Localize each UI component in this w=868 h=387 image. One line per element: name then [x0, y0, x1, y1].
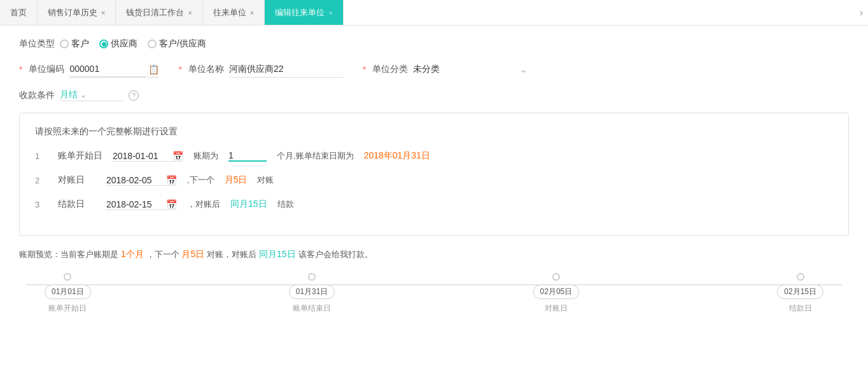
payment-label: 收款条件	[19, 90, 55, 101]
calendar-icon-1[interactable]: 📅	[172, 151, 183, 161]
preview-part1: 1个月	[121, 249, 144, 259]
unit-type-label: 单位类型	[19, 38, 55, 50]
timeline-node-3: 02月05日 对账日	[533, 273, 580, 314]
period-row-1: 1 账单开始日 📅 账期为 个月,账单结束日期为 2018年01月31日	[35, 150, 833, 162]
payment-group: 收款条件 月结 ⌄ ?	[19, 89, 139, 101]
unit-code-input[interactable]	[69, 61, 146, 77]
date-input-group-1: 📅	[113, 151, 183, 162]
calendar-icon-2[interactable]: 📅	[166, 175, 177, 185]
unit-name-star: *	[178, 64, 181, 74]
preview-prefix: 账期预览：当前客户账期是	[19, 250, 118, 259]
preview-mid2: 对账，对账后	[207, 250, 256, 259]
timeline-node-4: 02月15日 结款日	[777, 273, 823, 314]
copy-icon[interactable]: 📋	[148, 64, 159, 74]
payment-select[interactable]: 月结 ⌄	[60, 89, 123, 101]
date-input-group-3: 📅	[106, 199, 177, 210]
preview-mid1: ，下一个	[146, 250, 179, 259]
timeline-dot-1	[64, 273, 71, 281]
calendar-icon-3[interactable]: 📅	[166, 199, 177, 209]
radio-customer-label: 客户	[71, 38, 89, 50]
step-num-3: 3	[35, 200, 48, 209]
unit-name-label: 单位名称	[188, 64, 224, 75]
classify-dropdown-icon: ⌄	[520, 64, 528, 74]
unit-classify-group: * 单位分类 未分类 ⌄	[363, 64, 528, 75]
date-input-group-2: 📅	[106, 175, 177, 186]
period-title: 请按照未来的一个完整帐期进行设置	[35, 126, 833, 137]
step-label-2: 对账日	[58, 174, 96, 186]
unit-classify-value: 未分类	[413, 64, 440, 75]
timeline-label-1: 账单开始日	[48, 303, 87, 314]
preview-suffix: 该客户会给我打款。	[298, 250, 373, 259]
tab-cash-daily-label: 钱货日清工作台	[126, 7, 184, 18]
radio-supplier-label: 供应商	[111, 38, 137, 50]
preview-part2: 月5日	[181, 249, 204, 259]
period-desc-1-prefix: 账期为	[193, 150, 218, 162]
tab-sales-history-close[interactable]: ×	[101, 9, 105, 17]
tab-counterparty[interactable]: 往来单位 ×	[203, 0, 265, 25]
period-desc-3-prefix: ，对账后	[187, 199, 220, 210]
radio-both-label: 客户/供应商	[159, 38, 206, 50]
period-settings-box: 请按照未来的一个完整帐期进行设置 1 账单开始日 📅 账期为 个月,账单结束日期…	[19, 113, 849, 236]
tab-edit-counterparty-label: 编辑往来单位	[275, 7, 325, 18]
timeline-node-1: 01月01日 账单开始日	[45, 273, 91, 314]
timeline-nodes: 01月01日 账单开始日 01月31日 账单结束日 02月05日 对账日 02月…	[45, 273, 823, 314]
tab-edit-counterparty-close[interactable]: ×	[328, 9, 332, 17]
unit-name-input[interactable]	[229, 62, 344, 78]
period-row-3: 3 结款日 📅 ，对账后 同月15日 结款	[35, 199, 833, 210]
tab-home[interactable]: 首页	[0, 0, 38, 25]
timeline-date-2: 01月31日	[289, 285, 335, 299]
help-icon[interactable]: ?	[129, 90, 139, 101]
timeline-dot-2	[308, 273, 316, 281]
timeline-date-3: 02月05日	[533, 285, 580, 299]
timeline-section: 01月01日 账单开始日 01月31日 账单结束日 02月05日 对账日 02月…	[19, 273, 849, 314]
unit-type-group: 单位类型 客户 供应商 客户/供应商	[19, 38, 206, 50]
unit-code-star: *	[19, 64, 22, 74]
preview-section: 账期预览：当前客户账期是 1个月 ，下一个 月5日 对账，对账后 同月15日 该…	[19, 249, 849, 260]
period-desc-2-prefix: ,下一个	[187, 174, 214, 186]
tab-cash-daily[interactable]: 钱货日清工作台 ×	[116, 0, 202, 25]
unit-code-group: * 单位编码 📋	[19, 61, 159, 78]
radio-both[interactable]: 客户/供应商	[148, 38, 206, 50]
tab-sales-history[interactable]: 销售订单历史 ×	[38, 0, 116, 25]
unit-code-label: 单位编码	[29, 64, 64, 75]
radio-supplier-circle	[99, 39, 108, 48]
preview-part3: 同月15日	[259, 249, 296, 259]
date-input-2[interactable]	[106, 175, 164, 185]
tab-cash-daily-close[interactable]: ×	[188, 9, 192, 17]
timeline-label-2: 账单结束日	[293, 303, 331, 314]
timeline-node-2: 01月31日 账单结束日	[289, 273, 335, 314]
date-input-1[interactable]	[113, 151, 170, 161]
period-desc-1-suffix: 个月,账单结束日期为	[277, 150, 354, 162]
tab-arrow[interactable]: ›	[855, 0, 868, 25]
unit-name-group: * 单位名称	[178, 62, 343, 78]
unit-code-input-wrap: 📋	[69, 61, 159, 78]
timeline-date-1: 01月01日	[45, 285, 91, 299]
date-input-3[interactable]	[106, 199, 164, 209]
radio-customer[interactable]: 客户	[60, 38, 89, 50]
timeline-date-4: 02月15日	[777, 285, 823, 299]
period-payment-highlight: 同月15日	[230, 199, 267, 210]
period-reconcile-highlight: 月5日	[225, 174, 248, 186]
unit-info-row: * 单位编码 📋 * 单位名称 * 单位分类 未分类 ⌄	[19, 61, 849, 78]
radio-supplier[interactable]: 供应商	[99, 38, 137, 50]
unit-classify-label: 单位分类	[372, 64, 408, 75]
period-num-input[interactable]	[228, 150, 267, 162]
unit-type-row: 单位类型 客户 供应商 客户/供应商	[19, 38, 849, 50]
radio-group: 客户 供应商 客户/供应商	[60, 38, 206, 50]
unit-classify-select[interactable]: 未分类 ⌄	[413, 64, 528, 75]
payment-value: 月结	[60, 89, 78, 101]
timeline-label-4: 结款日	[789, 303, 812, 314]
timeline-dot-3	[552, 273, 560, 281]
main-content: 单位类型 客户 供应商 客户/供应商 * 单位编码	[0, 25, 868, 387]
step-label-1: 账单开始日	[58, 150, 102, 162]
tab-counterparty-close[interactable]: ×	[250, 9, 254, 17]
period-row-2: 2 对账日 📅 ,下一个 月5日 对账	[35, 174, 833, 186]
radio-customer-circle	[60, 39, 69, 48]
step-num-1: 1	[35, 151, 48, 161]
tab-edit-counterparty[interactable]: 编辑往来单位 ×	[265, 0, 343, 25]
unit-classify-star: *	[363, 64, 366, 74]
tab-home-label: 首页	[10, 7, 27, 18]
period-desc-2-suffix: 对账	[257, 174, 274, 186]
period-desc-3-suffix: 结款	[277, 199, 294, 210]
tab-bar: 首页 销售订单历史 × 钱货日清工作台 × 往来单位 × 编辑往来单位 × ›	[0, 0, 868, 25]
